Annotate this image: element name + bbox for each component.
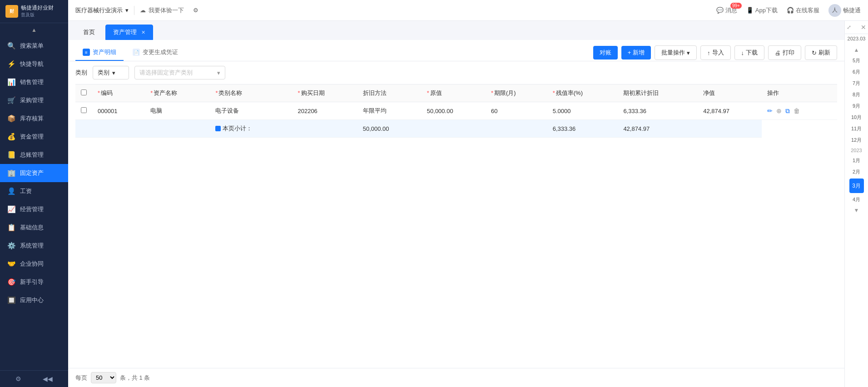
company-selector[interactable]: 医疗器械行业演示 ▾ bbox=[75, 6, 129, 15]
sidebar-item-label: 快捷导航 bbox=[20, 60, 44, 68]
category-value-select[interactable]: 请选择固定资产类别 ▾ bbox=[134, 66, 225, 79]
messages-button[interactable]: 💬 消息 99+ bbox=[716, 6, 737, 15]
batch-ops-label: 批量操作 bbox=[661, 49, 685, 57]
edit-icon[interactable]: ✏ bbox=[767, 107, 773, 114]
header-actions: 操作 bbox=[762, 84, 837, 102]
clone-icon[interactable]: ⧉ bbox=[785, 107, 790, 115]
user-menu[interactable]: 人 畅捷通 bbox=[828, 4, 861, 17]
month-item-11[interactable]: 11月 bbox=[845, 123, 868, 134]
sidebar-item-label: 库存核算 bbox=[20, 114, 44, 123]
sidebar-item-basic[interactable]: 📋 基础信息 bbox=[0, 218, 68, 237]
import-label: 导入 bbox=[712, 49, 724, 57]
months-scroll-up[interactable]: ▲ bbox=[852, 45, 861, 55]
month-item-2[interactable]: 2月 bbox=[845, 166, 868, 178]
month-item-5[interactable]: 5月 bbox=[845, 55, 868, 66]
sidebar-item-capital[interactable]: 💰 资金管理 bbox=[0, 128, 68, 146]
chevron-down-icon: ▾ bbox=[112, 69, 115, 76]
reconcile-button[interactable]: 对账 bbox=[593, 46, 618, 60]
operation-icon: 📈 bbox=[7, 205, 15, 213]
select-all-checkbox[interactable] bbox=[81, 89, 87, 95]
sidebar-item-enterprise[interactable]: 🤝 企业协同 bbox=[0, 255, 68, 273]
month-item-3-current[interactable]: 3月 bbox=[849, 179, 864, 193]
header-name: *资产名称 bbox=[145, 84, 210, 102]
enterprise-icon: 🤝 bbox=[7, 260, 15, 268]
close-panel-icon[interactable]: ✕ bbox=[861, 24, 866, 31]
sidebar-item-fixed-assets[interactable]: 🏢 固定资产 bbox=[0, 164, 68, 182]
settings-icon[interactable]: ⚙ bbox=[15, 375, 21, 382]
tabbar: 首页 资产管理 ✕ bbox=[68, 21, 844, 40]
table-row: 000001 电脑 电子设备 202206 年限平均 50,000.00 60 … bbox=[75, 102, 837, 120]
settings-gear[interactable]: ⚙ bbox=[193, 7, 198, 14]
category-type-select[interactable]: 类别 ▾ bbox=[93, 66, 129, 79]
import-button[interactable]: ↑ 导入 bbox=[700, 45, 731, 60]
header-checkbox-cell bbox=[75, 84, 92, 102]
month-item-10[interactable]: 10月 bbox=[845, 112, 868, 123]
cell-actions: ✏ ⊕ ⧉ 🗑 bbox=[762, 102, 837, 120]
subtotal-row: 本页小计： 50,000.00 6,333.36 42,874.97 bbox=[75, 120, 837, 138]
asset-detail-icon: ≡ bbox=[83, 49, 90, 56]
tab-close-icon[interactable]: ✕ bbox=[141, 30, 145, 35]
tab-home[interactable]: 首页 bbox=[75, 25, 103, 40]
month-item-12[interactable]: 12月 bbox=[845, 134, 868, 146]
download-label: 下载 bbox=[746, 49, 758, 57]
quicknav-icon: ⚡ bbox=[7, 60, 15, 68]
header-dep-method: 折旧方法 bbox=[357, 84, 422, 102]
new-button[interactable]: + 新增 bbox=[621, 46, 651, 60]
sidebar-scroll-up[interactable]: ▲ bbox=[30, 25, 39, 35]
month-item-9[interactable]: 9月 bbox=[845, 100, 868, 112]
sidebar-item-system[interactable]: ⚙️ 系统管理 bbox=[0, 237, 68, 255]
per-page-select[interactable]: 50 100 bbox=[91, 372, 116, 383]
basic-icon: 📋 bbox=[7, 223, 15, 232]
subtab-asset-detail[interactable]: ≡ 资产明细 bbox=[75, 45, 124, 61]
month-item-8[interactable]: 8月 bbox=[845, 89, 868, 100]
experience-button[interactable]: ☁ 我要体验一下 bbox=[140, 6, 184, 15]
month-item-6[interactable]: 6月 bbox=[845, 66, 868, 78]
row-checkbox-cell bbox=[75, 102, 92, 120]
online-service-button[interactable]: 🎧 在线客服 bbox=[787, 6, 819, 15]
download-btn-icon: ↓ bbox=[741, 50, 744, 56]
chevron-down-icon: ▾ bbox=[125, 7, 129, 14]
change-voucher-icon: 📄 bbox=[133, 49, 140, 56]
topbar-right: 💬 消息 99+ 📱 App下载 🎧 在线客服 人 畅捷通 bbox=[716, 4, 861, 17]
sidebar-item-salary[interactable]: 👤 工资 bbox=[0, 182, 68, 200]
subtotal-label: 本页小计： bbox=[223, 124, 252, 133]
sidebar-item-sales[interactable]: 📊 销售管理 bbox=[0, 73, 68, 91]
right-panel: ⤢ ✕ 2023.03 ▲ 5月 6月 7月 8月 9月 10月 11月 12月… bbox=[844, 21, 868, 387]
cell-purchase-date: 202206 bbox=[292, 102, 357, 120]
download-button[interactable]: ↓ 下载 bbox=[734, 45, 765, 60]
month-item-4[interactable]: 4月 bbox=[845, 194, 868, 205]
content-area: 首页 资产管理 ✕ ≡ 资产明细 📄 变更生成凭证 bbox=[68, 21, 868, 387]
sidebar-item-search[interactable]: 🔍 搜索菜单 bbox=[0, 37, 68, 55]
sidebar-item-label: 采购管理 bbox=[20, 96, 44, 104]
sidebar-item-label: 销售管理 bbox=[20, 78, 44, 86]
app-download-button[interactable]: 📱 App下载 bbox=[746, 6, 778, 15]
batch-ops-button[interactable]: 批量操作 ▾ bbox=[655, 45, 697, 60]
inventory-icon: 📦 bbox=[7, 114, 15, 123]
month-item-1[interactable]: 1月 bbox=[845, 155, 868, 166]
subtab-change-voucher[interactable]: 📄 变更生成凭证 bbox=[125, 45, 185, 61]
topbar: 医疗器械行业演示 ▾ ☁ 我要体验一下 ⚙ 💬 消息 99+ 📱 App下载 🎧… bbox=[68, 0, 868, 21]
sidebar-item-label: 搜索菜单 bbox=[20, 42, 44, 50]
sidebar-item-operation[interactable]: 📈 经营管理 bbox=[0, 200, 68, 218]
copy-icon[interactable]: ⊕ bbox=[776, 107, 782, 114]
cell-residual-rate: 5.0000 bbox=[547, 102, 618, 120]
sidebar-item-appstore[interactable]: 🔲 应用中心 bbox=[0, 291, 68, 309]
print-icon: 🖨 bbox=[775, 50, 781, 56]
sidebar-item-ledger[interactable]: 📒 总账管理 bbox=[0, 146, 68, 164]
print-button[interactable]: 🖨 打印 bbox=[768, 45, 801, 60]
months-scroll-down[interactable]: ▼ bbox=[852, 205, 861, 215]
sidebar-item-purchase[interactable]: 🛒 采购管理 bbox=[0, 91, 68, 109]
sidebar-item-quicknav[interactable]: ⚡ 快捷导航 bbox=[0, 55, 68, 73]
collapse-icon[interactable]: ◀◀ bbox=[43, 375, 53, 382]
delete-icon[interactable]: 🗑 bbox=[794, 107, 800, 114]
months-list: ▲ 5月 6月 7月 8月 9月 10月 11月 12月 2023 1月 2月 … bbox=[845, 43, 868, 217]
logo-subtitle: 普及版 bbox=[21, 12, 54, 18]
row-checkbox[interactable] bbox=[81, 107, 87, 113]
sidebar-item-guide[interactable]: 🎯 新手引导 bbox=[0, 273, 68, 291]
subtotal-original-value: 50,000.00 bbox=[357, 120, 422, 138]
sidebar-item-inventory[interactable]: 📦 库存核算 bbox=[0, 109, 68, 128]
expand-panel-icon[interactable]: ⤢ bbox=[847, 24, 851, 30]
month-item-7[interactable]: 7月 bbox=[845, 78, 868, 89]
refresh-button[interactable]: ↻ 刷新 bbox=[805, 45, 837, 60]
tab-asset-mgmt[interactable]: 资产管理 ✕ bbox=[105, 25, 153, 40]
